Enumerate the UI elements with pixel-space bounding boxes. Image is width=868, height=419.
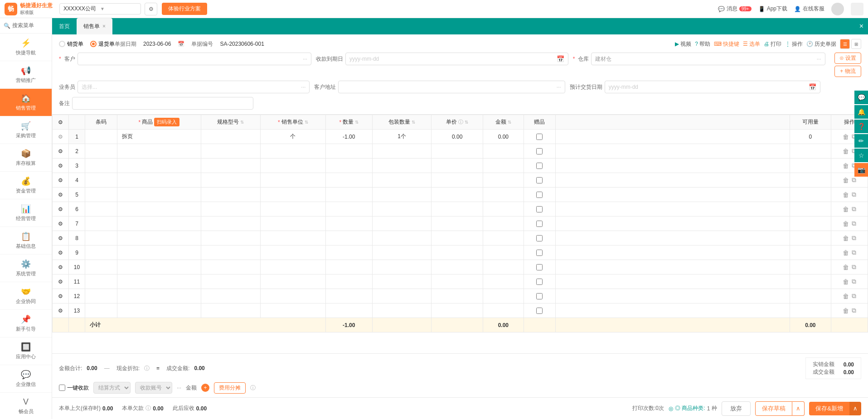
due-date-calendar-icon[interactable]: 📅: [557, 55, 564, 63]
sidebar-item-enterprise[interactable]: 🤝 企业协同: [0, 282, 52, 310]
sidebar-item-appstore[interactable]: 🔲 应用中心: [0, 337, 52, 365]
float-btn-2[interactable]: 🔔: [854, 105, 868, 119]
delete-icon[interactable]: 🗑: [843, 191, 849, 198]
address-dots-icon[interactable]: ···: [557, 84, 561, 90]
one-key-payment-check[interactable]: [59, 385, 65, 391]
sidebar-item-purchase[interactable]: 🛒 采购管理: [0, 116, 52, 144]
company-selector[interactable]: XXXXXX公司 ▼: [59, 3, 141, 14]
delete-icon[interactable]: 🗑: [843, 307, 849, 314]
copy-icon[interactable]: ⧉: [852, 263, 856, 271]
settings-icon[interactable]: ⚙: [145, 3, 157, 15]
gift-checkbox[interactable]: [536, 192, 543, 198]
gift-checkbox[interactable]: [536, 206, 543, 212]
sidebar-item-newguide[interactable]: 📌 新手引导: [0, 310, 52, 337]
gift-checkbox-1[interactable]: [536, 134, 543, 140]
copy-icon[interactable]: ⧉: [852, 220, 856, 227]
copy-icon[interactable]: ⧉: [852, 249, 856, 256]
save-new-arrow-button[interactable]: ∧: [849, 402, 861, 415]
toolbar-select[interactable]: ☰ 选单: [743, 40, 760, 48]
sidebar-item-basic[interactable]: 📋 基础信息: [0, 227, 52, 255]
avatar[interactable]: [831, 3, 844, 15]
message-button[interactable]: 💬 消息 99+: [718, 5, 752, 13]
copy-icon[interactable]: ⧉: [852, 292, 856, 300]
gift-checkbox[interactable]: [536, 308, 543, 314]
float-btn-4[interactable]: ✏: [854, 134, 868, 148]
customer-input[interactable]: ···: [78, 53, 311, 65]
copy-icon[interactable]: ⧉: [852, 234, 856, 242]
row-quantity-1[interactable]: -1.00: [325, 130, 372, 144]
copy-icon[interactable]: ⧉: [852, 191, 856, 198]
row-barcode-1[interactable]: [85, 130, 117, 144]
address-input[interactable]: ···: [338, 81, 565, 93]
delete-icon[interactable]: 🗑: [843, 249, 849, 256]
toolbar-history[interactable]: 🕐 历史单据: [806, 40, 836, 48]
sidebar-item-sales[interactable]: 🏠 销售管理: [0, 89, 52, 116]
sidebar-item-finance[interactable]: 💰 资金管理: [0, 172, 52, 199]
remarks-input[interactable]: [72, 97, 253, 110]
gift-checkbox[interactable]: [536, 235, 543, 241]
delete-icon[interactable]: 🗑: [843, 206, 849, 213]
delete-icon[interactable]: 🗑: [843, 148, 849, 155]
radio-return[interactable]: 退货单: [90, 40, 115, 48]
row-amount-1[interactable]: 0.00: [483, 130, 524, 144]
abandon-button[interactable]: 放弃: [722, 401, 751, 416]
add-payment-button[interactable]: +: [201, 384, 209, 392]
warehouse-input[interactable]: 建材仓 ···: [591, 53, 825, 65]
gift-checkbox[interactable]: [536, 177, 543, 183]
copy-icon[interactable]: ⧉: [852, 278, 856, 285]
row-product-1[interactable]: 拆页: [117, 130, 201, 144]
toolbar-video[interactable]: ▶ 视频: [675, 40, 691, 48]
due-date-input[interactable]: yyyy-mm-dd 📅: [345, 53, 568, 65]
delete-icon[interactable]: 🗑: [843, 278, 849, 285]
salesman-dots-icon[interactable]: ···: [301, 84, 305, 90]
radio-sales[interactable]: 销货单: [59, 40, 83, 48]
one-key-payment-checkbox[interactable]: 一键收款: [59, 384, 89, 392]
delivery-date-input[interactable]: yyyy-mm-dd 📅: [605, 81, 820, 93]
gift-checkbox[interactable]: [536, 293, 543, 299]
float-btn-3[interactable]: ❓: [854, 120, 868, 133]
warehouse-dots-icon[interactable]: ···: [817, 56, 821, 62]
copy-icon[interactable]: ⧉: [852, 307, 856, 314]
account-dots-icon[interactable]: ···: [177, 385, 181, 391]
row-unit-1[interactable]: 个: [260, 130, 325, 144]
app-download-button[interactable]: 📱 App下载: [758, 5, 787, 13]
row-gift-1[interactable]: [524, 130, 556, 144]
customer-dots-icon[interactable]: ···: [303, 56, 307, 62]
delete-icon[interactable]: 🗑: [843, 177, 849, 184]
salesman-input[interactable]: 选择... ···: [78, 81, 310, 93]
toolbar-operation[interactable]: ⋮ 操作: [785, 40, 803, 48]
row-unit-price-1[interactable]: 0.00: [432, 130, 483, 144]
delete-icon[interactable]: 🗑: [843, 293, 849, 300]
list-view-icon[interactable]: ☰: [840, 39, 850, 49]
th-settings[interactable]: ⚙: [53, 115, 69, 130]
row-pack-qty-1[interactable]: 1个: [372, 130, 432, 144]
tab-close-icon[interactable]: ×: [102, 23, 106, 29]
gift-checkbox[interactable]: [536, 264, 543, 270]
copy-icon[interactable]: ⧉: [852, 176, 856, 184]
sidebar-item-wechat[interactable]: 💬 企业微信: [0, 365, 52, 393]
delivery-calendar-icon[interactable]: 📅: [809, 83, 816, 91]
delete-icon[interactable]: 🗑: [843, 264, 849, 271]
gift-checkbox[interactable]: [536, 148, 543, 154]
calendar-icon[interactable]: 📅: [178, 41, 184, 47]
sidebar-item-marketing[interactable]: 📢 营销推广: [0, 61, 52, 89]
online-service-button[interactable]: 👤 在线客服: [794, 5, 824, 13]
scan-button[interactable]: 扫码录入: [154, 118, 179, 126]
delete-icon[interactable]: 🗑: [843, 220, 849, 227]
payment-method-select[interactable]: 结算方式: [93, 382, 131, 394]
gift-checkbox[interactable]: [536, 163, 543, 169]
logistics-button[interactable]: + 物流: [834, 66, 861, 77]
row-settings-1[interactable]: ⚙: [53, 130, 69, 144]
gift-checkbox[interactable]: [536, 279, 543, 285]
sidebar-item-operation[interactable]: 📊 经营管理: [0, 199, 52, 227]
help-icon2[interactable]: ⓘ: [144, 365, 150, 372]
float-btn-6[interactable]: 📷: [854, 163, 868, 177]
float-btn-5[interactable]: ☆: [854, 149, 868, 162]
copy-icon[interactable]: ⧉: [852, 205, 856, 213]
save-draft-arrow-button[interactable]: ∧: [792, 401, 805, 416]
toolbar-print[interactable]: 🖨 打印: [764, 40, 781, 48]
delete-icon[interactable]: 🗑: [843, 162, 849, 169]
toolbar-shortcut[interactable]: ⌨ 快捷键: [714, 40, 739, 48]
save-new-button[interactable]: 保存&新增: [809, 402, 849, 415]
row-spec-1[interactable]: [201, 130, 260, 144]
